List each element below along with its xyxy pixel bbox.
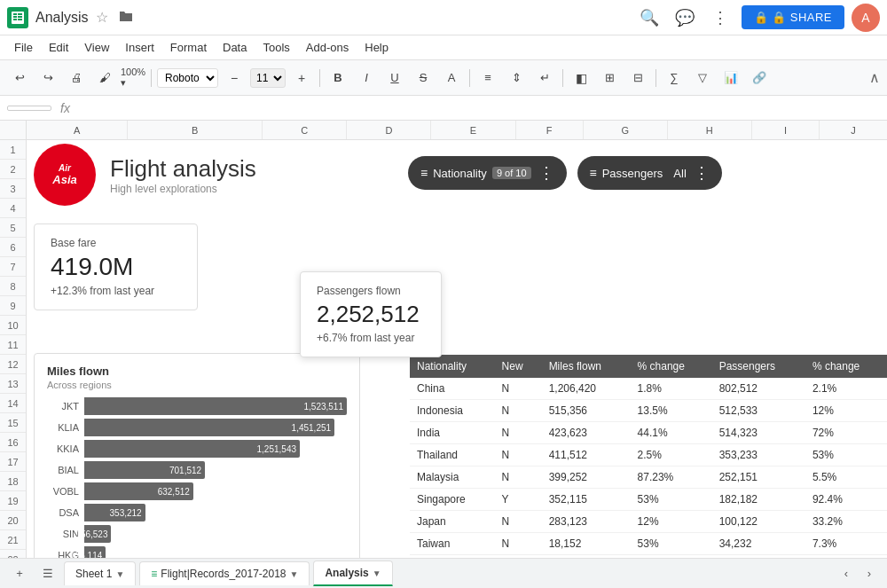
col-header-j[interactable]: J xyxy=(820,121,887,139)
formula-input[interactable] xyxy=(79,98,880,118)
table-cell: 34.3% xyxy=(631,555,712,559)
brand-title: Flight analysis xyxy=(110,155,256,183)
nationality-dots[interactable]: ⋮ xyxy=(538,163,554,183)
bar-row: VOBL632,512 xyxy=(47,482,347,500)
col-header-h[interactable]: H xyxy=(668,121,752,139)
table-row[interactable]: MalaysiaN399,25287.23%252,1515.5% xyxy=(410,466,887,489)
bar-value: 125,114 xyxy=(70,551,102,559)
font-color-button[interactable]: A xyxy=(439,66,464,90)
menu-format[interactable]: Format xyxy=(163,39,214,56)
zoom-button[interactable]: 100% ▾ xyxy=(121,66,145,90)
underline-button[interactable]: U xyxy=(382,66,407,90)
italic-button[interactable]: I xyxy=(354,66,379,90)
col-header-a[interactable]: A xyxy=(27,121,128,139)
col-header-f[interactable]: F xyxy=(516,121,584,139)
sheet-tab-2[interactable]: ≡ Flight|Records_2017-2018 ▼ xyxy=(139,561,310,585)
separator-2 xyxy=(319,69,320,87)
brand-title-block: Flight analysis High level explorations xyxy=(110,155,256,195)
table-cell: 1.8% xyxy=(631,378,712,400)
table-cell: N xyxy=(495,511,542,533)
col-header-i[interactable]: I xyxy=(752,121,820,139)
table-row[interactable]: IndiaN423,62344.1%514,32372% xyxy=(410,422,887,444)
sheet-menu-button[interactable]: ☰ xyxy=(35,561,60,586)
sheet-tab-analysis[interactable]: Analysis ▼ xyxy=(313,561,392,586)
col-header-d[interactable]: D xyxy=(347,121,431,139)
strikethrough-button[interactable]: S xyxy=(411,66,436,90)
passengers-filter-chip[interactable]: ≡ Passengers All ⋮ xyxy=(577,156,722,190)
merge-button[interactable]: ⊟ xyxy=(625,66,650,90)
filter-button[interactable]: ▽ xyxy=(690,66,715,90)
table-cell: 411,512 xyxy=(542,444,631,466)
table-row[interactable]: SingaporeY352,11553%182,18292.4% xyxy=(410,489,887,511)
table-row[interactable]: IndonesiaN515,35613.5%512,53312% xyxy=(410,400,887,422)
border-button[interactable]: ⊞ xyxy=(597,66,622,90)
bold-button[interactable]: B xyxy=(326,66,350,90)
svg-rect-3 xyxy=(13,19,17,20)
table-cell: 7.3% xyxy=(805,533,887,555)
fill-color-button[interactable]: ◧ xyxy=(569,66,593,90)
add-sheet-button[interactable]: + xyxy=(7,561,32,586)
undo-button[interactable]: ↩ xyxy=(7,66,32,90)
menu-addons[interactable]: Add-ons xyxy=(299,39,356,56)
menu-file[interactable]: File xyxy=(7,39,40,56)
scroll-right[interactable]: › xyxy=(859,563,880,584)
row-num-10: 10 xyxy=(0,316,26,335)
print-button[interactable]: 🖨 xyxy=(64,66,89,90)
folder-icon[interactable] xyxy=(119,9,133,26)
row-numbers: 1234567891011121314151617181920212223242… xyxy=(0,140,27,558)
col-header-b[interactable]: B xyxy=(128,121,263,139)
table-cell: 4,231 xyxy=(712,555,805,559)
share-button[interactable]: 🔒 🔒 SHARE xyxy=(742,5,844,29)
table-row[interactable]: JapanN283,12312%100,12233.2% xyxy=(410,511,887,533)
comment-button[interactable]: 💬 xyxy=(671,4,699,32)
row-num-8: 8 xyxy=(0,277,26,296)
align-button[interactable]: ≡ xyxy=(475,66,500,90)
formula-button[interactable]: ∑ xyxy=(662,66,687,90)
passengers-dots[interactable]: ⋮ xyxy=(694,163,710,183)
font-size-up[interactable]: + xyxy=(289,66,314,90)
font-size-selector[interactable]: 11 xyxy=(250,68,286,88)
menu-edit[interactable]: Edit xyxy=(42,39,75,56)
table-cell: India xyxy=(410,422,495,444)
sheet-1-label: Sheet 1 xyxy=(75,568,112,580)
bar-row: JKT1,523,511 xyxy=(47,397,347,415)
sheet-2-arrow[interactable]: ▼ xyxy=(290,569,299,579)
scroll-left[interactable]: ‹ xyxy=(836,563,857,584)
link-button[interactable]: 🔗 xyxy=(747,66,772,90)
logo-line1: Air xyxy=(59,163,71,173)
data-table-wrapper[interactable]: Nationality New Miles flown % change Pas… xyxy=(410,355,887,558)
col-header-g[interactable]: G xyxy=(584,121,668,139)
wrap-button[interactable]: ↵ xyxy=(532,66,557,90)
table-row[interactable]: ThailandN411,5122.5%353,23353% xyxy=(410,444,887,466)
font-selector[interactable]: Roboto xyxy=(157,68,218,88)
menu-view[interactable]: View xyxy=(77,39,116,56)
menu-help[interactable]: Help xyxy=(357,39,396,56)
table-cell: 53% xyxy=(631,533,712,555)
toolbar-expand[interactable]: ∧ xyxy=(869,69,880,86)
font-size-down[interactable]: − xyxy=(222,66,247,90)
more-button[interactable]: ⋮ xyxy=(706,4,734,32)
valign-button[interactable]: ⇕ xyxy=(504,66,529,90)
table-row[interactable]: VietnamY1,24234.3%4,2319.5% xyxy=(410,555,887,559)
nationality-filter-chip[interactable]: ≡ Nationality 9 of 10 ⋮ xyxy=(408,156,567,190)
paint-format-button[interactable]: 🖌 xyxy=(92,66,117,90)
bar-chart: JKT1,523,511KLIA1,451,251KKIA1,251,543BI… xyxy=(47,397,347,558)
table-row[interactable]: ChinaN1,206,4201.8%802,5122.1% xyxy=(410,378,887,400)
th-miles: Miles flown xyxy=(542,355,631,378)
sheet-1-arrow[interactable]: ▼ xyxy=(115,569,124,579)
sheet-tab-1[interactable]: Sheet 1 ▼ xyxy=(64,561,136,585)
search-button[interactable]: 🔍 xyxy=(635,4,663,32)
menu-tools[interactable]: Tools xyxy=(255,39,296,56)
menu-data[interactable]: Data xyxy=(216,39,254,56)
table-row[interactable]: TaiwanN18,15253%34,2327.3% xyxy=(410,533,887,555)
analysis-arrow[interactable]: ▼ xyxy=(373,568,381,578)
col-header-c[interactable]: C xyxy=(263,121,347,139)
bar-label: KKIA xyxy=(47,443,79,454)
col-header-e[interactable]: E xyxy=(431,121,515,139)
redo-button[interactable]: ↪ xyxy=(35,66,60,90)
star-icon[interactable]: ☆ xyxy=(96,9,108,26)
table-cell: N xyxy=(495,422,542,444)
bar-label: VOBL xyxy=(47,486,79,497)
chart-button[interactable]: 📊 xyxy=(718,66,743,90)
menu-insert[interactable]: Insert xyxy=(118,39,161,56)
